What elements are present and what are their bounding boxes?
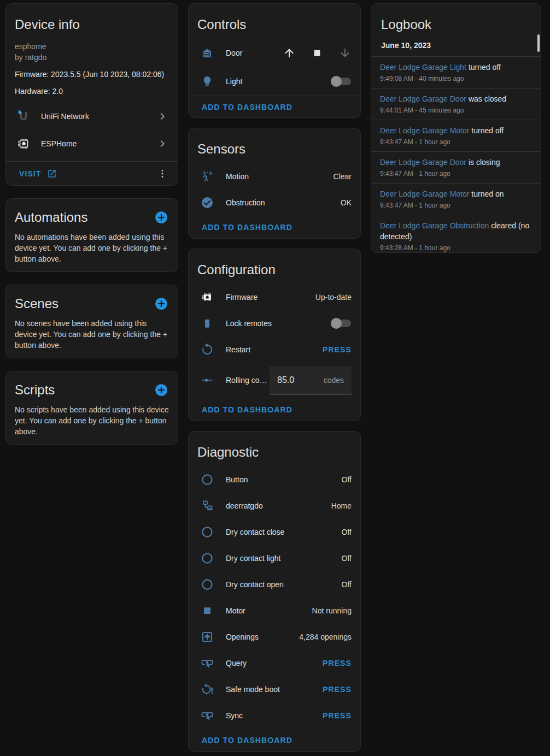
logbook-entity-link[interactable]: Deer Lodge Garage Motor <box>380 126 469 135</box>
logbook-timestamp: 9:43:47 AM - 1 hour ago <box>380 169 532 178</box>
logbook-entry: Deer Lodge Garage Motor turned on 9:43:4… <box>371 183 541 215</box>
diag-state: Not running <box>312 606 352 615</box>
integration-row-unifi[interactable]: UniFi Network <box>6 103 178 129</box>
logbook-timestamp: 9:49:08 AM - 40 minutes ago <box>380 74 532 83</box>
scripts-title: Scripts <box>15 382 55 398</box>
controls-add-to-dashboard-button[interactable]: ADD TO DASHBOARD <box>202 103 292 111</box>
rolling-code-unit: codes <box>324 376 344 385</box>
configuration-add-to-dashboard-button[interactable]: ADD TO DASHBOARD <box>202 405 292 414</box>
door-stop-button[interactable] <box>311 46 324 60</box>
config-label: Lock remotes <box>226 319 331 328</box>
door-open-button[interactable] <box>283 46 296 60</box>
sensor-row-motion: Motion Clear <box>189 163 360 190</box>
query-press-button[interactable]: PRESS <box>323 659 352 668</box>
lock-remotes-toggle[interactable] <box>331 317 352 329</box>
diagnostic-card: Diagnostic Button Off deerrat <box>188 431 361 752</box>
device-info-body: esphome by ratgdo Firmware: 2023.5.5 (Ju… <box>6 32 178 97</box>
diag-label: Query <box>226 659 323 668</box>
sensor-label: Motion <box>226 172 333 181</box>
logbook-entity-link[interactable]: Deer Lodge Garage Light <box>380 63 466 72</box>
automations-card: Automations No automations have been add… <box>5 198 178 272</box>
diag-state: 4,284 openings <box>299 633 352 641</box>
arrow-down-icon <box>338 46 352 60</box>
right-column: Logbook June 10, 2023 Deer Lodge Garage … <box>371 3 541 253</box>
chevron-right-icon <box>156 110 169 123</box>
garage-icon <box>201 46 214 60</box>
diag-row-dry-contact-light: Dry contact light Off <box>189 545 360 571</box>
safe-mode-boot-press-button[interactable]: PRESS <box>323 685 352 694</box>
integration-label: UniFi Network <box>41 112 156 121</box>
diag-row-safe-mode-boot: Safe mode boot PRESS <box>189 676 360 702</box>
config-row-lock-remotes: Lock remotes <box>189 310 360 336</box>
control-row-light: Light <box>189 67 360 96</box>
diag-label: Dry contact light <box>226 554 342 563</box>
visit-button[interactable]: VISIT <box>19 169 57 179</box>
add-automation-button[interactable] <box>154 210 169 225</box>
automations-empty-text: No automations have been added using thi… <box>6 225 178 272</box>
logbook-entity-link[interactable]: Deer Lodge Garage Motor <box>380 190 469 198</box>
rolling-code-input[interactable] <box>277 375 315 385</box>
diag-row-dry-contact-close: Dry contact close Off <box>189 519 360 545</box>
integration-row-esphome[interactable]: ESPHome <box>6 131 178 157</box>
diag-state: Off <box>342 475 352 484</box>
left-column: Device info esphome by ratgdo Firmware: … <box>5 3 178 445</box>
circle-outline-icon <box>201 473 214 486</box>
configuration-card: Configuration Firmware Up-to-date <box>188 249 361 421</box>
logbook-entry: Deer Lodge Garage Motor turned off 9:43:… <box>371 120 541 151</box>
stop-square-icon <box>201 604 214 617</box>
sync-press-button[interactable]: PRESS <box>323 711 352 720</box>
plus-circle-icon <box>154 383 168 397</box>
config-state: Up-to-date <box>315 293 352 302</box>
restart-press-button[interactable]: PRESS <box>323 345 352 354</box>
logbook-entry: Deer Lodge Garage Obstruction cleared (n… <box>371 215 541 253</box>
diag-label: Sync <box>226 711 323 720</box>
logbook-title: Logbook <box>371 4 541 32</box>
diag-state: Home <box>331 501 352 510</box>
add-script-button[interactable] <box>154 382 169 398</box>
logbook-entry: Deer Lodge Garage Door was closed 9:44:0… <box>371 88 541 120</box>
control-label: Light <box>226 77 331 86</box>
diag-label: Dry contact open <box>226 580 342 589</box>
logbook-entry: Deer Lodge Garage Door is closing 9:43:4… <box>371 151 541 183</box>
add-scene-button[interactable] <box>154 296 169 311</box>
check-circle-icon <box>201 196 214 209</box>
sensor-state: OK <box>341 198 352 207</box>
remote-icon <box>201 317 214 330</box>
rolling-code-field: codes <box>270 366 352 394</box>
device-firmware: Firmware: 2023.5.5 (Jun 10 2023, 08:02:0… <box>15 69 169 80</box>
diagnostic-add-to-dashboard-button[interactable]: ADD TO DASHBOARD <box>202 736 292 745</box>
diag-label: Openings <box>226 633 299 641</box>
config-label: Rolling co… <box>226 376 267 385</box>
esphome-chip-icon <box>15 135 32 152</box>
logbook-timestamp: 9:43:47 AM - 1 hour ago <box>380 138 532 146</box>
controls-title: Controls <box>189 4 360 32</box>
device-info-actions: VISIT <box>6 161 178 185</box>
config-row-rolling-code: Rolling co… codes <box>189 363 360 398</box>
door-close-button[interactable] <box>338 46 352 60</box>
external-link-icon <box>47 169 57 179</box>
light-toggle[interactable] <box>331 75 352 87</box>
diag-state: Off <box>342 580 352 589</box>
overflow-menu-icon[interactable] <box>156 167 169 180</box>
logbook-entity-link[interactable]: Deer Lodge Garage Door <box>380 94 466 103</box>
sensors-add-to-dashboard-button[interactable]: ADD TO DASHBOARD <box>202 223 292 232</box>
logbook-entity-link[interactable]: Deer Lodge Garage Door <box>380 158 466 167</box>
device-name: esphome <box>15 41 169 52</box>
logbook-scrollbar-thumb[interactable] <box>537 34 540 52</box>
automations-title: Automations <box>15 210 87 225</box>
stop-icon <box>312 48 323 58</box>
logbook-entry: Deer Lodge Garage Light turned off 9:49:… <box>371 56 541 88</box>
config-label: Restart <box>226 345 323 354</box>
plus-circle-icon <box>154 210 168 225</box>
configuration-title: Configuration <box>189 249 360 277</box>
diagnostic-title: Diagnostic <box>189 432 360 460</box>
chevron-right-icon <box>156 137 169 150</box>
diag-row-motor: Motor Not running <box>189 598 360 624</box>
diag-row-deerratgdo: deerratgdo Home <box>189 493 360 519</box>
config-row-restart: Restart PRESS <box>189 336 360 363</box>
scenes-empty-text: No scenes have been added using this dev… <box>6 311 178 358</box>
config-row-firmware: Firmware Up-to-date <box>189 284 360 310</box>
gesture-tap-icon <box>201 657 214 670</box>
logbook-entries: Deer Lodge Garage Light turned off 9:49:… <box>371 56 541 253</box>
logbook-entity-link[interactable]: Deer Lodge Garage Obstruction <box>380 221 489 230</box>
